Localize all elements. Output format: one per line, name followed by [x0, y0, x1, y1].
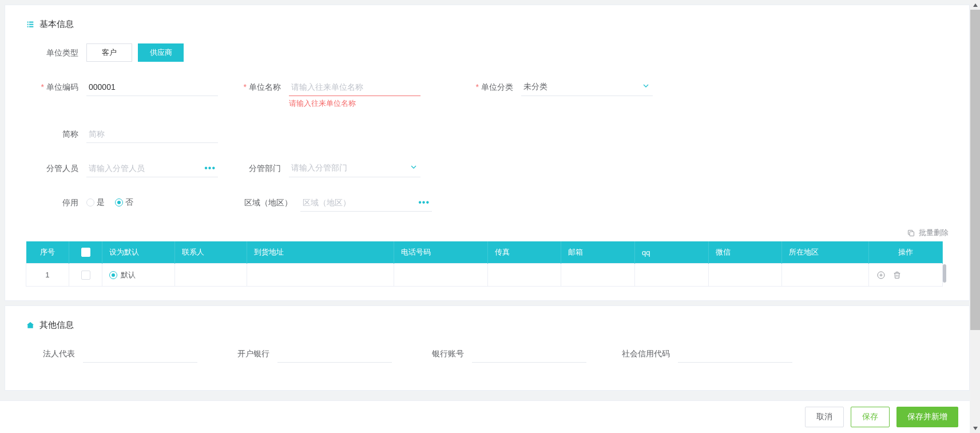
radio-icon — [86, 198, 94, 206]
contact-table: 序号 设为默认 联系人 到货地址 电话号码 传真 邮箱 qq 微信 所在地区 操… — [26, 241, 943, 287]
trash-icon — [892, 271, 902, 280]
radio-icon — [109, 271, 117, 279]
col-set-default: 设为默认 — [102, 241, 174, 264]
unit-name-label: *单位名称 — [243, 78, 289, 96]
delete-row-button[interactable] — [892, 270, 902, 280]
disabled-yes-radio[interactable]: 是 — [86, 197, 105, 208]
row-default-radio[interactable]: 默认 — [109, 270, 167, 280]
radio-icon — [115, 198, 123, 206]
svg-marker-11 — [973, 427, 978, 430]
svg-rect-0 — [27, 21, 29, 22]
short-name-label: 简称 — [26, 125, 86, 143]
unit-name-error: 请输入往来单位名称 — [289, 98, 420, 109]
unit-category-value: 未分类 — [523, 82, 547, 92]
house-icon — [26, 321, 35, 330]
batch-delete-button[interactable]: 批量删除 — [26, 228, 949, 238]
col-op: 操作 — [869, 241, 943, 264]
footer-bar: 取消 保存 保存并新增 — [0, 400, 970, 433]
region-input[interactable] — [300, 193, 432, 212]
chevron-down-icon — [409, 162, 418, 173]
other-info-header: 其他信息 — [26, 320, 949, 331]
svg-rect-4 — [27, 26, 29, 27]
col-checkbox — [69, 241, 102, 264]
svg-rect-3 — [29, 23, 33, 25]
svg-marker-10 — [973, 3, 978, 7]
unit-category-select[interactable]: 未分类 — [521, 78, 653, 96]
save-button[interactable]: 保存 — [851, 407, 890, 427]
select-all-checkbox[interactable] — [81, 248, 90, 257]
short-name-input[interactable] — [86, 125, 218, 143]
col-tel: 电话号码 — [394, 241, 488, 264]
social-credit-input[interactable] — [678, 344, 792, 363]
list-icon — [26, 20, 35, 29]
manager-dept-placeholder: 请输入分管部门 — [291, 163, 347, 173]
manager-dept-label: 分管部门 — [243, 159, 289, 177]
table-header-row: 序号 设为默认 联系人 到货地址 电话号码 传真 邮箱 qq 微信 所在地区 操… — [26, 241, 943, 264]
svg-rect-1 — [29, 21, 33, 22]
cell-area[interactable] — [782, 264, 869, 287]
unit-name-input[interactable] — [289, 78, 420, 96]
add-row-button[interactable] — [876, 270, 886, 280]
social-credit-label: 社会信用代码 — [621, 344, 678, 363]
manager-dept-select[interactable]: 请输入分管部门 — [289, 159, 420, 177]
basic-info-title: 基本信息 — [39, 19, 74, 30]
col-mail: 邮箱 — [561, 241, 635, 264]
legal-rep-input[interactable] — [83, 344, 197, 363]
manager-person-input[interactable] — [86, 159, 218, 177]
col-area: 所在地区 — [782, 241, 869, 264]
bank-account-label: 银行账号 — [426, 344, 472, 363]
svg-rect-5 — [29, 26, 33, 27]
save-and-new-button[interactable]: 保存并新增 — [896, 407, 958, 427]
row-checkbox[interactable] — [81, 271, 90, 280]
table-row: 1 默认 — [26, 264, 943, 287]
plus-circle-icon — [876, 271, 886, 280]
other-info-panel: 其他信息 法人代表 开户银行 银行账号 社会信用代码 — [5, 305, 970, 391]
col-fax: 传真 — [487, 241, 561, 264]
cell-tel[interactable] — [394, 264, 488, 287]
cell-seq: 1 — [26, 264, 69, 287]
unit-type-customer-button[interactable]: 客户 — [86, 43, 132, 62]
bank-label: 开户银行 — [232, 344, 277, 363]
more-icon[interactable]: ••• — [418, 197, 430, 208]
region-label: 区域（地区） — [243, 193, 300, 212]
disabled-label: 停用 — [26, 193, 86, 212]
unit-category-label: *单位分类 — [461, 78, 521, 96]
cell-mail[interactable] — [561, 264, 635, 287]
legal-rep-label: 法人代表 — [26, 344, 83, 363]
scroll-down-icon[interactable] — [970, 423, 980, 433]
svg-rect-6 — [910, 232, 914, 236]
col-addr: 到货地址 — [247, 241, 394, 264]
other-info-title: 其他信息 — [39, 320, 74, 331]
cell-contact[interactable] — [174, 264, 247, 287]
bank-input[interactable] — [277, 344, 392, 363]
col-wx: 微信 — [708, 241, 782, 264]
table-scrollbar[interactable] — [943, 264, 946, 283]
manager-person-label: 分管人员 — [26, 159, 86, 177]
unit-type-supplier-button[interactable]: 供应商 — [138, 43, 184, 62]
scroll-up-icon[interactable] — [970, 0, 980, 10]
col-contact: 联系人 — [174, 241, 247, 264]
page-scrollbar[interactable] — [970, 0, 980, 433]
copy-icon — [907, 229, 915, 237]
scrollbar-thumb[interactable] — [970, 10, 980, 330]
cell-addr[interactable] — [247, 264, 394, 287]
col-qq: qq — [635, 241, 709, 264]
basic-info-header: 基本信息 — [26, 19, 949, 30]
cell-qq[interactable] — [635, 264, 709, 287]
batch-delete-label: 批量删除 — [919, 228, 949, 238]
col-seq: 序号 — [26, 241, 69, 264]
unit-type-label: 单位类型 — [26, 43, 86, 62]
bank-account-input[interactable] — [472, 344, 586, 363]
more-icon[interactable]: ••• — [204, 163, 216, 173]
disabled-no-radio[interactable]: 否 — [115, 197, 133, 208]
cell-wx[interactable] — [708, 264, 782, 287]
chevron-down-icon — [641, 81, 650, 92]
cancel-button[interactable]: 取消 — [805, 407, 844, 427]
unit-code-label: *单位编码 — [26, 78, 86, 96]
basic-info-panel: 基本信息 单位类型 客户 供应商 *单位编码 — [5, 5, 970, 301]
unit-code-input[interactable] — [86, 78, 218, 96]
cell-fax[interactable] — [487, 264, 561, 287]
row-default-label: 默认 — [121, 270, 136, 280]
svg-rect-2 — [27, 23, 29, 25]
